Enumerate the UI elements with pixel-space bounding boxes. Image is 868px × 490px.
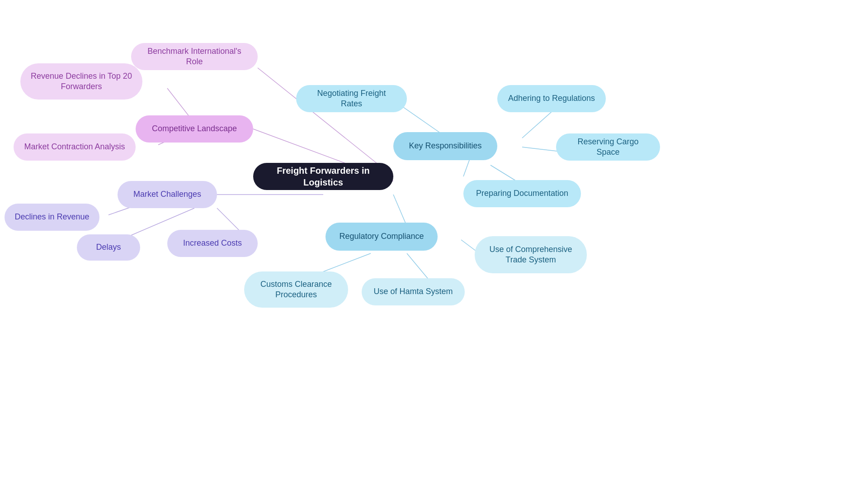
hamta-node: Use of Hamta System (362, 278, 465, 305)
svg-line-0 (258, 68, 393, 176)
market-challenges-node: Market Challenges (118, 181, 217, 208)
svg-line-15 (407, 253, 429, 281)
svg-line-13 (393, 195, 407, 226)
svg-line-11 (522, 147, 561, 152)
preparing-node: Preparing Documentation (463, 180, 581, 207)
competitive-node: Competitive Landscape (136, 115, 253, 143)
comprehensive-node: Use of Comprehensive Trade System (475, 236, 587, 273)
key-responsibilities-node: Key Responsibilities (393, 132, 497, 160)
delays-node: Delays (77, 234, 140, 261)
revenue-declines-node: Revenue Declines in Top 20 Forwarders (20, 63, 142, 100)
adhering-node: Adhering to Regulations (497, 85, 606, 112)
declines-revenue-node: Declines in Revenue (5, 204, 99, 231)
benchmark-node: Benchmark International's Role (131, 43, 258, 70)
negotiating-node: Negotiating Freight Rates (296, 85, 407, 112)
svg-line-7 (217, 208, 240, 231)
increased-costs-node: Increased Costs (167, 230, 258, 257)
market-contraction-node: Market Contraction Analysis (14, 133, 136, 161)
regulatory-node: Regulatory Compliance (326, 223, 438, 251)
center-node: Freight Forwarders in Logistics (253, 163, 393, 190)
reserving-node: Reserving Cargo Space (556, 133, 660, 161)
customs-node: Customs Clearance Procedures (244, 271, 348, 308)
